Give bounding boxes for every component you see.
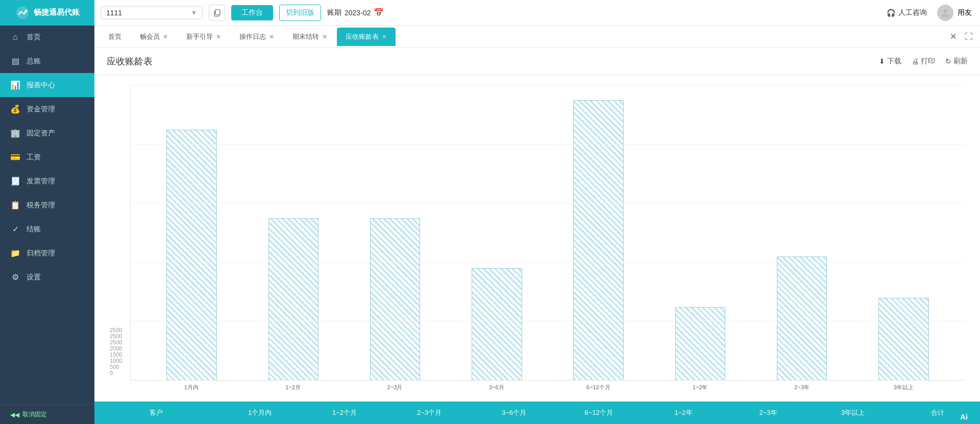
sidebar-label-reports: 报表中心 (27, 81, 55, 90)
top-header: 畅捷通易代账 1111 ▼ 工作台 切到旧版 账期 2023-02 📅 🎧 人工… (0, 0, 980, 26)
company-selector[interactable]: 1111 ▼ (101, 6, 203, 19)
grid-line-3 (131, 203, 965, 203)
sidebar-item-assets[interactable]: 🏢 固定资产 (0, 121, 94, 145)
sidebar-item-archive[interactable]: 📁 归档管理 (0, 241, 94, 265)
sidebar-item-checkout[interactable]: ✓ 结账 (0, 217, 94, 241)
sidebar-item-settings[interactable]: ⚙ 设置 (0, 265, 94, 289)
table-col-2: 1~2个月 (302, 408, 387, 417)
page-header: 应收账龄表 ⬇ 下载 🖨 打印 ↻ 刷新 (94, 48, 980, 75)
x-axis-label: 6~12个月 (553, 381, 644, 391)
sidebar-footer[interactable]: ◀◀ 取消固定 (0, 405, 94, 424)
y-axis-label: 2000 (110, 345, 125, 351)
chart-wrapper: 0500100015002000250025002500 (110, 85, 965, 391)
bar (878, 298, 929, 381)
refresh-label: 刷新 (953, 57, 968, 66)
sidebar-item-reports[interactable]: 📊 报表中心 (0, 73, 94, 97)
print-button[interactable]: 🖨 打印 (912, 57, 935, 66)
archive-icon: 📁 (10, 248, 20, 258)
tab-aging[interactable]: 应收账龄表 ✕ (337, 28, 396, 46)
tab-close-oplog[interactable]: ✕ (269, 33, 274, 40)
settings-icon: ⚙ (10, 272, 20, 282)
bar-group (858, 85, 949, 381)
bar-group (654, 85, 746, 381)
sidebar-label-archive: 归档管理 (27, 249, 55, 258)
tabs-actions: ✕ ⛶ (948, 30, 975, 43)
bar (370, 218, 421, 381)
consult-button[interactable]: 🎧 人工咨询 (887, 8, 927, 17)
download-button[interactable]: ⬇ 下载 (879, 57, 901, 66)
table-header: 客户1个月内1~2个月2~3个月3~6个月6~12个月1~2年2~3年3年以上合… (94, 402, 980, 424)
calendar-icon[interactable]: 📅 (374, 8, 384, 17)
svg-point-4 (943, 9, 947, 13)
close-tab-button[interactable]: ✕ (948, 30, 959, 43)
x-axis: 1月内1~2月2~3月3~6月6~12个月1~2年2~3年3年以上 (130, 381, 965, 391)
y-axis-label: 1500 (110, 351, 125, 358)
logo: 畅捷通易代账 (0, 0, 94, 26)
ai-badge[interactable]: Ai (948, 409, 980, 424)
refresh-icon: ↻ (945, 57, 951, 65)
user-icon (940, 8, 950, 18)
chevron-down-icon: ▼ (191, 9, 197, 16)
table-col-0: 客户 (94, 408, 217, 417)
period-label: 账期 (327, 8, 341, 17)
page-title: 应收账龄表 (107, 55, 153, 67)
refresh-button[interactable]: ↻ 刷新 (945, 57, 968, 66)
sidebar-label-home: 首页 (27, 33, 41, 42)
tab-close-guide[interactable]: ✕ (216, 33, 221, 40)
table-col-4: 3~6个月 (472, 408, 556, 417)
expand-button[interactable]: ⛶ (963, 30, 975, 43)
tab-label-guide: 新手引导 (186, 32, 213, 41)
tab-vip[interactable]: 畅会员 ✕ (131, 28, 177, 46)
avatar (937, 5, 953, 21)
reports-icon: 📊 (10, 80, 20, 90)
bar (472, 268, 522, 381)
y-axis-label: 2500 (110, 327, 125, 333)
page-actions: ⬇ 下载 🖨 打印 ↻ 刷新 (879, 57, 968, 66)
period-value: 2023-02 (345, 9, 371, 17)
pin-icon: ◀◀ (10, 411, 19, 418)
unpin-label: 取消固定 (22, 410, 47, 419)
bar (777, 256, 827, 381)
checkout-icon: ✓ (10, 224, 20, 234)
sidebar-item-ledger[interactable]: ▤ 总账 (0, 49, 94, 73)
bar (166, 130, 217, 381)
bar-group (553, 85, 644, 381)
bar-group (350, 85, 441, 381)
tab-period-end[interactable]: 期末结转 ✕ (284, 28, 336, 46)
sidebar-item-invoice[interactable]: 🧾 发票管理 (0, 169, 94, 193)
table-col-6: 1~2年 (641, 408, 726, 417)
bar-group (451, 85, 543, 381)
svg-point-1 (24, 9, 27, 12)
funds-icon: 💰 (10, 104, 20, 114)
user-name: 用友 (958, 8, 972, 17)
invoice-icon: 🧾 (10, 176, 20, 186)
sidebar-label-settings: 设置 (27, 273, 41, 282)
header-right: 🎧 人工咨询 用友 (887, 5, 972, 21)
bar-group (146, 85, 237, 381)
switch-old-button[interactable]: 切到旧版 (279, 5, 321, 21)
salary-icon: 💳 (10, 152, 20, 162)
x-axis-label: 2~3年 (756, 381, 847, 391)
tab-home[interactable]: 首页 (100, 28, 130, 46)
tab-close-vip[interactable]: ✕ (163, 33, 168, 40)
copy-button[interactable] (209, 5, 225, 21)
sidebar-item-home[interactable]: ⌂ 首页 (0, 26, 94, 49)
period-area: 账期 2023-02 📅 (327, 8, 384, 17)
tab-guide[interactable]: 新手引导 ✕ (178, 28, 230, 46)
sidebar-nav: ⌂ 首页 ▤ 总账 📊 报表中心 💰 资金管理 🏢 固定资产 💳 工资 🧾 发票… (0, 26, 94, 289)
y-axis-label: 1000 (110, 358, 125, 364)
user-area[interactable]: 用友 (937, 5, 972, 21)
chart-body: 1月内1~2月2~3月3~6月6~12个月1~2年2~3年3年以上 (130, 85, 965, 391)
sidebar-item-salary[interactable]: 💳 工资 (0, 145, 94, 169)
tab-close-period-end[interactable]: ✕ (322, 33, 327, 40)
ledger-icon: ▤ (10, 56, 20, 66)
sidebar-item-funds[interactable]: 💰 资金管理 (0, 97, 94, 121)
sidebar-label-checkout: 结账 (27, 225, 41, 234)
workbench-button[interactable]: 工作台 (231, 5, 273, 20)
bars-row (131, 85, 965, 381)
tab-oplog[interactable]: 操作日志 ✕ (231, 28, 283, 46)
tab-close-aging[interactable]: ✕ (382, 33, 387, 40)
tab-label-period-end: 期末结转 (292, 32, 319, 41)
tab-label-aging: 应收账龄表 (346, 32, 379, 41)
sidebar-item-tax[interactable]: 📋 税务管理 (0, 193, 94, 217)
